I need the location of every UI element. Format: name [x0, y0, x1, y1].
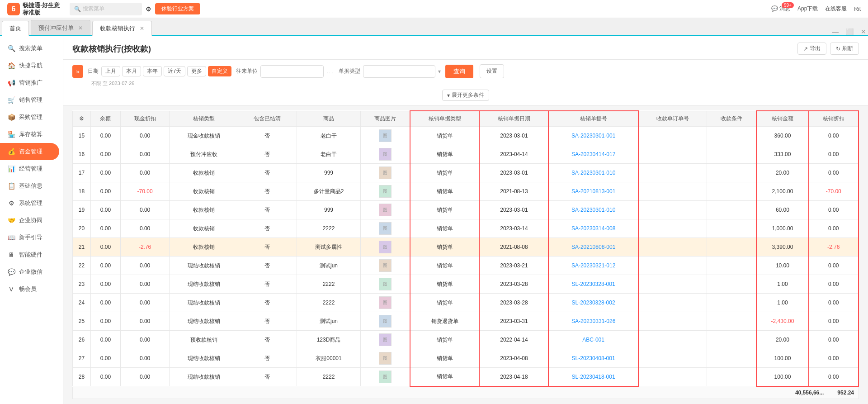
date-btn-this-year[interactable]: 本年 [143, 66, 162, 76]
filter-bar: » 日期 上月 本月 本年 近7天 更多 自定义 往来单位 [63, 60, 868, 106]
sidebar-item-member[interactable]: V 畅会员 [0, 280, 63, 298]
cell-cancel-amount: 2,100.00 [756, 182, 808, 201]
expand-conditions-button[interactable]: ▾ 展开更多条件 [442, 90, 489, 101]
table-row: 21 0.00 -2.76 收款核销 否 测试多属性 图 销货单 2021-08… [73, 238, 859, 257]
sidebar-item-smart-hw[interactable]: 🖥 智能硬件 [0, 246, 63, 263]
sidebar-item-sales[interactable]: 🛒 销售管理 [0, 91, 63, 109]
sidebar-item-marketing[interactable]: 📢 营销推广 [0, 74, 63, 91]
cell-cancel-order-date: 2023-03-28 [479, 294, 548, 312]
cell-cancel-order-no[interactable]: SA-20230301-001 [548, 127, 638, 145]
cell-balance: 0.00 [91, 294, 121, 312]
cell-cancel-order-no[interactable]: SL-20230328-002 [548, 294, 638, 312]
export-button[interactable]: ↗ 导出 [797, 43, 826, 55]
tab-collection[interactable]: 收款核销执行 ✕ [92, 21, 152, 36]
sidebar-item-finance[interactable]: 💰 资金管理 [0, 143, 59, 160]
cell-cancel-discount: 0.00 [809, 257, 859, 275]
collapse-sidebar-button[interactable]: » [72, 65, 83, 78]
tab-home[interactable]: 首页 [2, 21, 29, 36]
date-range-text: 不限 至 2023-07-26 [91, 80, 134, 87]
refresh-button[interactable]: ↻ 刷新 [830, 43, 859, 55]
sidebar-item-basic-info[interactable]: 📋 基础信息 [0, 177, 63, 195]
cell-cancel-order-no[interactable]: SA-20230301-010 [548, 164, 638, 182]
cell-cancel-discount: 0.00 [809, 368, 859, 386]
tab-prepay-close-icon[interactable]: ✕ [78, 25, 83, 31]
tab-prepay[interactable]: 预付冲应付单 ✕ [31, 20, 90, 35]
cell-include-cleared: 否 [238, 257, 297, 275]
date-custom-button[interactable]: 自定义 [208, 66, 231, 76]
window-maximize-icon[interactable]: ⬜ [844, 28, 855, 35]
th-cancel-order-date: 核销单据日期 [479, 111, 548, 127]
sidebar-item-inventory[interactable]: 🏪 库存核算 [0, 126, 63, 143]
date-btn-this-month[interactable]: 本月 [122, 66, 141, 76]
sidebar: 🔍 搜索菜单 🏠 快捷导航 📢 营销推广 🛒 销售管理 📦 采购管理 🏪 [0, 36, 63, 404]
cell-receipt-condition [707, 331, 756, 349]
cell-include-cleared: 否 [238, 238, 297, 257]
sidebar-item-purchase[interactable]: 📦 采购管理 [0, 109, 63, 126]
cell-cancel-order-no[interactable]: SL-20230418-001 [548, 368, 638, 386]
date-btn-more[interactable]: 更多 [187, 66, 206, 76]
partner-input[interactable] [260, 65, 324, 78]
cell-row-num: 16 [73, 145, 91, 164]
cell-receipt-order-no [638, 257, 707, 275]
tab-home-label: 首页 [9, 24, 21, 33]
cell-receipt-condition [707, 164, 756, 182]
table-row: 20 0.00 0.00 收款核销 否 2222 图 销货单 2023-03-1… [73, 219, 859, 238]
cell-cancel-order-no[interactable]: SA-20230314-008 [548, 219, 638, 238]
table-body: 15 0.00 0.00 现金收款核销 否 老白干 图 销货单 2023-03-… [73, 127, 859, 386]
window-close-icon[interactable]: ✕ [859, 28, 868, 35]
window-minimize-icon[interactable]: — [830, 28, 840, 35]
cell-cancel-order-no[interactable]: SA-20210808-001 [548, 238, 638, 257]
cell-receipt-order-no [638, 349, 707, 368]
date-btn-last-month[interactable]: 上月 [101, 66, 120, 76]
top-bar-right: 💬 消息 99+ App下载 在线客服 Rit [771, 5, 861, 13]
order-type-input[interactable] [363, 65, 435, 78]
sidebar-item-enterprise[interactable]: 🤝 企业协同 [0, 212, 63, 229]
cell-goods-image: 图 [361, 294, 410, 312]
sidebar-item-operations[interactable]: 📊 经营管理 [0, 160, 63, 177]
user-info[interactable]: Rit [854, 6, 861, 12]
cell-cancel-order-no[interactable]: SA-20230414-017 [548, 145, 638, 164]
sidebar-item-wechat[interactable]: 💬 企业微信 [0, 263, 63, 280]
cell-cancel-type: 现结收款核销 [170, 275, 238, 294]
th-cancel-order-type: 核销单据类型 [410, 111, 479, 127]
cell-row-num: 24 [73, 294, 91, 312]
cell-cancel-order-no[interactable]: SA-20230301-010 [548, 201, 638, 219]
sidebar-item-guide[interactable]: 📖 新手引导 [0, 229, 63, 246]
th-goods: 商品 [297, 111, 361, 127]
cell-cancel-order-type: 销货单 [410, 331, 479, 349]
cell-goods: 测试多属性 [297, 238, 361, 257]
cell-cancel-discount: 0.00 [809, 331, 859, 349]
settings-gear-icon[interactable]: ⚙ [146, 5, 151, 13]
sidebar-item-quick-nav[interactable]: 🏠 快捷导航 [0, 57, 63, 74]
order-type-dropdown-icon[interactable]: ▾ [438, 68, 441, 75]
messages-badge[interactable]: 💬 消息 99+ [771, 5, 790, 13]
th-settings[interactable]: ⚙ [73, 111, 91, 127]
online-service-link[interactable]: 在线客服 [825, 5, 847, 13]
th-receipt-condition: 收款条件 [707, 111, 756, 127]
cell-cancel-order-no[interactable]: ABC-001 [548, 331, 638, 349]
cell-cancel-order-no[interactable]: SL-20230408-001 [548, 349, 638, 368]
cell-cash-discount: 0.00 [120, 219, 170, 238]
cell-cancel-order-no[interactable]: SA-20230331-026 [548, 312, 638, 331]
cell-cancel-discount: 0.00 [809, 201, 859, 219]
query-button[interactable]: 查询 [445, 65, 473, 78]
cell-cancel-discount: 0.00 [809, 164, 859, 182]
table-settings-button[interactable]: 设置 [480, 64, 504, 78]
cell-cancel-order-no[interactable]: SL-20230328-001 [548, 275, 638, 294]
expand-row: ▾ 展开更多条件 [72, 90, 859, 101]
industry-btn[interactable]: 休验行业方案 [155, 3, 200, 14]
app-download-link[interactable]: App下载 [797, 5, 818, 13]
cell-include-cleared: 否 [238, 201, 297, 219]
sidebar-item-search[interactable]: 🔍 搜索菜单 [0, 40, 63, 57]
cell-goods: 2222 [297, 275, 361, 294]
cell-include-cleared: 否 [238, 127, 297, 145]
logo-sub: 标准版 [23, 9, 60, 16]
cell-cancel-order-no[interactable]: SA-20210813-001 [548, 182, 638, 201]
tab-collection-close-icon[interactable]: ✕ [140, 25, 144, 32]
sidebar-item-system[interactable]: ⚙ 系统管理 [0, 195, 63, 212]
top-bar: 6 畅捷通·好生意 标准版 🔍 搜索菜单 ⚙ 休验行业方案 💬 消息 99+ A… [0, 0, 868, 18]
date-btn-7days[interactable]: 近7天 [164, 66, 186, 76]
cell-cash-discount: 0.00 [120, 349, 170, 368]
cell-include-cleared: 否 [238, 312, 297, 331]
cell-cancel-order-no[interactable]: SA-20230321-012 [548, 257, 638, 275]
